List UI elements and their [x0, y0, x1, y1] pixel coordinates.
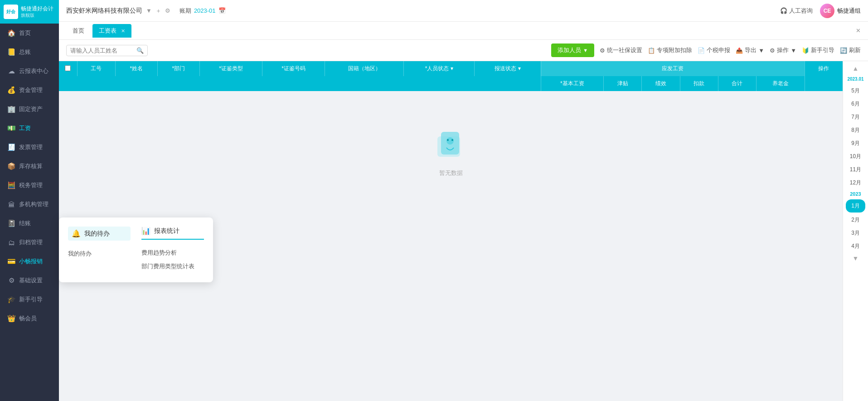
sidebar-item-8[interactable]: 🧮税务管理 [0, 176, 59, 195]
ops-btn[interactable]: ⚙ 操作 ▼ [770, 46, 796, 54]
tab-salary[interactable]: 工资表 ✕ [92, 24, 131, 38]
add-company-btn[interactable]: ＋ [155, 7, 161, 15]
search-icon: 🔍 [136, 47, 144, 54]
svg-point-3 [447, 139, 449, 141]
sidebar-icon-1: 📒 [7, 48, 15, 56]
toolbar: 🔍 添加人员 ▼ ⚙ 统一社保设置 📋 专项附加扣除 📄 个税申报 📤 导出 ▼ [59, 40, 868, 61]
main-content: 西安虾米网络科技有限公司 ▼ ＋ ⚙ 账期 2023-01 📅 🎧 人工咨询 C… [59, 0, 868, 401]
sidebar-label-6: 发票管理 [19, 143, 43, 151]
month-2[interactable]: 2月 [843, 213, 868, 227]
export-arrow-icon: ▼ [758, 47, 764, 54]
popup-item-my-todo[interactable]: 我的待办 [68, 247, 131, 261]
calendar-icon[interactable]: 📅 [218, 7, 226, 14]
refresh-btn[interactable]: 🔄 刷新 [840, 46, 861, 54]
sidebar-item-14[interactable]: 🎓新手引导 [0, 290, 59, 309]
th-id-type: *证鉴类型 [199, 61, 262, 76]
sidebar: 好会 畅捷通好会计 旗舰版 🏠首页📒总账☁云报表中心💰资金管理🏢固定资产💵工资🧾… [0, 0, 59, 401]
sidebar-logo: 好会 畅捷通好会计 旗舰版 [0, 0, 59, 24]
sidebar-item-6[interactable]: 🧾发票管理 [0, 138, 59, 157]
popup-item-cost-trend[interactable]: 费用趋势分析 [141, 246, 204, 260]
logo-text: 畅捷通好会计 旗舰版 [21, 5, 53, 19]
tax-icon: 📄 [698, 47, 705, 54]
th-dept: *部门 [157, 61, 199, 76]
search-box[interactable]: 🔍 [66, 45, 148, 56]
th-id-number: *证鉴号码 [262, 61, 325, 76]
close-all-btn[interactable]: ✕ [856, 27, 861, 34]
sidebar-item-11[interactable]: 🗂归档管理 [0, 233, 59, 252]
month-nav-down[interactable]: ▼ [851, 253, 861, 264]
popup-item-dept-cost[interactable]: 部门费用类型统计表 [141, 260, 204, 273]
user-area: CE 畅捷通组 [820, 4, 861, 18]
sidebar-icon-12: 💳 [7, 257, 15, 266]
sidebar-icon-0: 🏠 [7, 29, 15, 37]
th-pension: 养老金 [756, 76, 805, 91]
sidebar-item-5[interactable]: 💵工资 [0, 119, 59, 138]
th-name: *姓名 [115, 61, 157, 76]
year-2023-label: 2023 [850, 189, 861, 198]
sidebar-item-1[interactable]: 📒总账 [0, 43, 59, 62]
sidebar-item-0[interactable]: 🏠首页 [0, 24, 59, 43]
settings-icon[interactable]: ⚙ [165, 7, 170, 14]
sidebar-nav: 🏠首页📒总账☁云报表中心💰资金管理🏢固定资产💵工资🧾发票管理📦库存核算🧮税务管理… [0, 24, 59, 401]
sidebar-label-0: 首页 [19, 29, 31, 37]
social-insurance-btn[interactable]: ⚙ 统一社保设置 [600, 46, 642, 54]
sidebar-label-7: 库存核算 [19, 162, 43, 170]
sidebar-item-3[interactable]: 💰资金管理 [0, 81, 59, 100]
sidebar-icon-11: 🗂 [7, 239, 15, 246]
sidebar-label-8: 税务管理 [19, 181, 43, 189]
month-10[interactable]: 10月 [843, 150, 868, 163]
special-deduction-btn[interactable]: 📋 专项附加扣除 [648, 46, 692, 54]
month-5[interactable]: 5月 [843, 84, 868, 97]
sidebar-item-15[interactable]: 👑畅会员 [0, 309, 59, 328]
select-all-checkbox[interactable] [65, 65, 71, 71]
month-panel: ▲ 2023.01 5月 6月 7月 8月 9月 10月 11月 12月 202… [843, 61, 868, 401]
company-dropdown-icon[interactable]: ▼ [146, 7, 152, 14]
month-9[interactable]: 9月 [843, 137, 868, 150]
sidebar-icon-9: 🏛 [7, 201, 15, 208]
todo-icon: 🔔 [72, 229, 81, 238]
popup-section-reports-title[interactable]: 📊 报表统计 [141, 227, 204, 240]
sidebar-item-9[interactable]: 🏛多机构管理 [0, 195, 59, 214]
tab-close-icon[interactable]: ✕ [121, 28, 125, 34]
add-person-btn[interactable]: 添加人员 ▼ [551, 43, 594, 57]
sidebar-label-4: 固定资产 [19, 105, 43, 113]
month-6[interactable]: 6月 [843, 97, 868, 111]
month-nav-up[interactable]: ▲ [851, 63, 861, 74]
headset-icon: 🎧 [780, 7, 787, 14]
month-11[interactable]: 11月 [843, 163, 868, 176]
service-btn[interactable]: 🎧 人工咨询 [780, 7, 813, 15]
sidebar-icon-2: ☁ [7, 67, 15, 75]
search-input[interactable] [70, 47, 134, 54]
sidebar-item-7[interactable]: 📦库存核算 [0, 157, 59, 176]
export-btn[interactable]: 📤 导出 ▼ [736, 46, 764, 54]
month-12[interactable]: 12月 [843, 176, 868, 189]
month-1-active[interactable]: 1月 [846, 199, 865, 213]
th-employee-id: 工号 [77, 61, 115, 76]
month-4[interactable]: 4月 [843, 240, 868, 253]
sidebar-icon-8: 🧮 [7, 181, 15, 189]
sidebar-icon-15: 👑 [7, 314, 15, 323]
sidebar-item-4[interactable]: 🏢固定资产 [0, 100, 59, 119]
sidebar-item-10[interactable]: 📓结账 [0, 214, 59, 233]
svg-point-2 [446, 137, 454, 145]
tab-home[interactable]: 首页 [66, 24, 91, 38]
tax-report-btn[interactable]: 📄 个税申报 [698, 46, 730, 54]
sidebar-icon-3: 💰 [7, 86, 15, 94]
guide-btn[interactable]: 🔰 新手引导 [802, 46, 834, 54]
popup-section-todo-title[interactable]: 🔔 我的待办 [68, 227, 131, 241]
month-3[interactable]: 3月 [843, 227, 868, 240]
month-7[interactable]: 7月 [843, 111, 868, 124]
sidebar-item-13[interactable]: ⚙基础设置 [0, 271, 59, 290]
th-report-status: 报送状态 ▾ [474, 61, 541, 76]
header-actions: 🎧 人工咨询 CE 畅捷通组 [780, 4, 861, 18]
top-header: 西安虾米网络科技有限公司 ▼ ＋ ⚙ 账期 2023-01 📅 🎧 人工咨询 C… [59, 0, 868, 22]
sidebar-label-5: 工资 [19, 124, 31, 132]
popup-section-todo: 🔔 我的待办 我的待办 [68, 227, 131, 273]
social-insurance-icon: ⚙ [600, 47, 605, 54]
sidebar-label-12: 小畅报销 [19, 257, 43, 266]
sidebar-item-2[interactable]: ☁云报表中心 [0, 62, 59, 81]
sidebar-item-12[interactable]: 💳小畅报销 [0, 252, 59, 271]
svg-point-4 [451, 139, 453, 141]
month-8[interactable]: 8月 [843, 124, 868, 137]
th-checkbox[interactable] [59, 61, 77, 76]
